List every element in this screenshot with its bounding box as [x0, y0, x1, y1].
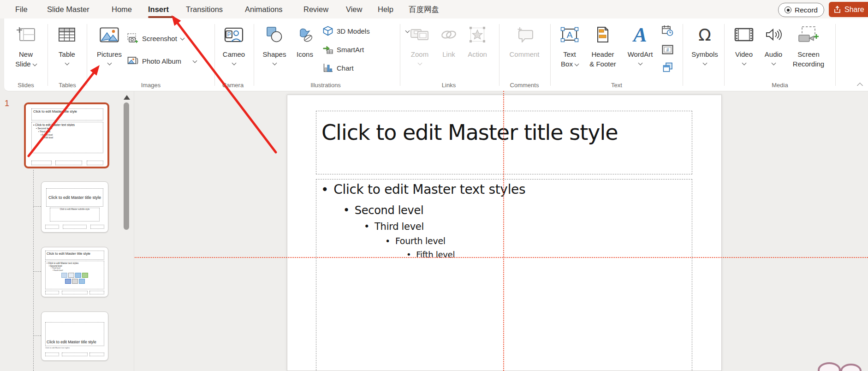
comment-icon	[515, 22, 534, 47]
slide-number-label: 1	[5, 99, 9, 108]
bullet-level-2[interactable]: • Second level	[343, 204, 423, 217]
chevron-down-icon	[574, 62, 579, 66]
new-slide-icon	[16, 22, 36, 47]
wordart-button[interactable]: A WordArt	[625, 22, 655, 65]
record-button[interactable]: Record	[778, 3, 824, 17]
chevron-down-icon	[180, 36, 184, 40]
tab-help[interactable]: Help	[378, 0, 393, 18]
chevron-down-icon	[638, 61, 642, 66]
group-label-text: Text	[611, 82, 622, 89]
thumb-subtitle-placeholder: Click to edit Master subtitle style	[50, 208, 100, 221]
record-icon	[785, 6, 791, 13]
thumb-title-placeholder: Click to edit Master title style	[46, 188, 103, 207]
group-divider	[48, 24, 48, 86]
layout-connector-stub	[33, 206, 41, 207]
video-button[interactable]: Video	[732, 22, 756, 65]
header-footer-icon	[596, 22, 609, 47]
thumb-footer-placeholder	[89, 291, 104, 294]
pictures-icon	[100, 22, 119, 47]
bullet-level-1[interactable]: • Click to edit Master text styles	[321, 182, 525, 197]
bullet-glyph: •	[321, 182, 328, 197]
layout-connector-stub	[33, 335, 41, 336]
tab-animations[interactable]: Animations	[245, 0, 283, 18]
screen-recording-button[interactable]: Screen Recording	[790, 22, 827, 68]
action-icon	[469, 22, 486, 47]
link-icon	[440, 22, 458, 47]
tab-transitions[interactable]: Transitions	[186, 0, 223, 18]
master-title-text[interactable]: Click to edit Master title style	[321, 120, 618, 145]
chevron-down-icon	[702, 61, 707, 66]
chevron-down-icon	[742, 61, 746, 66]
zoom-button: Zoom	[408, 22, 432, 65]
chevron-down-icon	[417, 61, 422, 66]
bullet-glyph: •	[385, 236, 390, 246]
text-box-button[interactable]: A Text Box	[557, 22, 583, 68]
slide-number-icon: #	[662, 45, 673, 54]
slide-number-button[interactable]: #	[662, 43, 673, 55]
smartart-button[interactable]: SmartArt	[323, 43, 364, 55]
object-button[interactable]	[663, 61, 673, 73]
tab-view[interactable]: View	[346, 0, 362, 18]
object-icon	[663, 62, 673, 72]
thumbnail-section-layout[interactable]: Click to edit Master title style Click t…	[41, 311, 108, 361]
pane-divider	[134, 91, 134, 371]
group-label-images: Images	[141, 82, 161, 89]
tab-home[interactable]: Home	[112, 0, 132, 18]
tab-review[interactable]: Review	[303, 0, 328, 18]
group-divider	[254, 24, 254, 86]
table-button[interactable]: Table	[54, 22, 80, 65]
thumb-footer-placeholder	[55, 161, 82, 165]
tab-slide-master[interactable]: Slide Master	[47, 0, 89, 18]
thumbnail-title-slide-layout[interactable]: Click to edit Master title style Click t…	[41, 181, 108, 233]
group-divider	[550, 24, 551, 86]
icons-button[interactable]: Icons	[294, 22, 316, 59]
scrollbar-thumb[interactable]	[124, 102, 129, 230]
chevron-down-icon	[272, 61, 277, 66]
share-button[interactable]: Share	[829, 2, 868, 17]
chart-icon	[323, 63, 333, 72]
tab-file[interactable]: File	[15, 0, 28, 18]
symbols-button[interactable]: Ω Symbols	[690, 22, 719, 65]
pictures-button[interactable]: Pictures	[95, 22, 123, 65]
thumb-footer-placeholder	[45, 353, 59, 356]
3d-models-button[interactable]: 3D Models	[323, 25, 409, 37]
shapes-button[interactable]: Shapes	[262, 22, 287, 65]
tab-insert[interactable]: Insert	[148, 0, 169, 18]
group-divider	[724, 24, 725, 86]
thumb-footer-placeholder	[63, 225, 87, 229]
group-label-illustrations: Illustrations	[310, 82, 341, 89]
scrollbar-up-arrow[interactable]	[124, 95, 130, 100]
shapes-icon	[266, 22, 283, 47]
thumbnail-title-content-layout[interactable]: Click to edit Master title style • Click…	[41, 247, 108, 297]
bullet-glyph: •	[364, 221, 369, 232]
tab-baidu-netdisk[interactable]: 百度网盘	[409, 0, 439, 18]
action-button: Action	[464, 22, 491, 59]
wordart-icon: A	[633, 23, 647, 47]
bullet-level-4[interactable]: • Fourth level	[385, 236, 446, 246]
photo-album-icon	[127, 56, 138, 66]
layout-connector-stub	[33, 271, 41, 272]
header-footer-button[interactable]: Header & Footer	[588, 22, 618, 68]
zoom-icon	[410, 22, 429, 47]
content-icons-cluster	[47, 273, 103, 278]
smartart-icon	[323, 45, 333, 54]
vertical-guide[interactable]	[503, 91, 504, 371]
horizontal-guide[interactable]	[135, 257, 868, 258]
audio-button[interactable]: Audio	[761, 22, 785, 65]
date-time-button[interactable]	[662, 24, 673, 36]
thumbnail-master-slide[interactable]: Click to edit Master title style • Click…	[24, 102, 109, 168]
screenshot-button[interactable]: Screenshot	[127, 32, 184, 44]
group-label-camera: Camera	[222, 82, 244, 89]
photo-album-button[interactable]: Photo Album	[127, 55, 196, 67]
group-divider	[835, 24, 836, 86]
chart-button[interactable]: Chart	[323, 62, 354, 74]
new-slide-button[interactable]: New Slide	[11, 22, 41, 68]
group-divider	[214, 24, 215, 86]
bullet-level-3[interactable]: • Third level	[364, 221, 424, 232]
cameo-button[interactable]: P Cameo	[221, 22, 247, 65]
group-divider	[683, 24, 683, 86]
thumb-footer-placeholder	[45, 225, 59, 229]
screenshot-icon	[127, 33, 138, 43]
chevron-down-icon	[65, 61, 69, 66]
table-icon	[58, 22, 76, 47]
